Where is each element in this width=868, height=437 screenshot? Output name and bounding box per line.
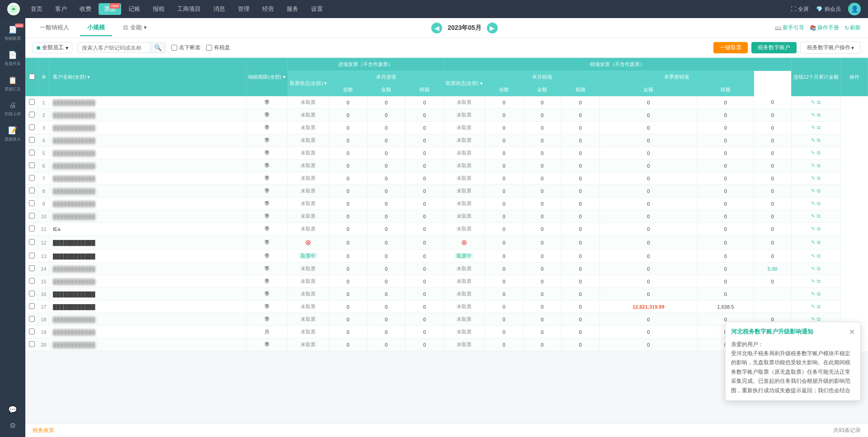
edit-icon[interactable]: ✎ bbox=[811, 175, 815, 181]
nav-home[interactable]: 首页 bbox=[25, 3, 48, 15]
edit-icon[interactable]: ✎ bbox=[811, 137, 815, 143]
sidebar-item-invoice-summary[interactable]: 📋 票据汇总 bbox=[0, 72, 25, 96]
row-checkbox[interactable] bbox=[29, 341, 35, 347]
tab-full-capability[interactable]: ⚖ 全能 ▾ bbox=[116, 20, 154, 36]
row-checkbox[interactable] bbox=[29, 99, 35, 105]
copy-icon[interactable]: ⧉ bbox=[817, 112, 821, 118]
row-checkbox[interactable] bbox=[29, 213, 35, 219]
manual-link[interactable]: 📚 操作手册 bbox=[810, 24, 839, 32]
sidebar-item-scan-upload[interactable]: 🖨 扫描上传 bbox=[0, 98, 25, 121]
row-checkbox[interactable] bbox=[29, 137, 35, 143]
prev-month-button[interactable]: ◀ bbox=[431, 23, 442, 33]
copy-icon[interactable]: ⧉ bbox=[817, 253, 821, 259]
row-checkbox[interactable] bbox=[29, 124, 35, 130]
edit-icon[interactable]: ✎ bbox=[811, 201, 815, 207]
sidebar-item-invoice-open[interactable]: 📄 发票开具 bbox=[0, 47, 25, 70]
sidebar-item-setting[interactable]: ⚙ bbox=[6, 418, 19, 433]
row-checkbox[interactable] bbox=[29, 303, 35, 309]
th-inbound-status[interactable]: 取票状态(全部) ▾ bbox=[288, 71, 329, 96]
row-checkbox[interactable] bbox=[29, 175, 35, 181]
copy-icon[interactable]: ⧉ bbox=[817, 137, 821, 143]
nav-manage[interactable]: 管理 bbox=[232, 3, 255, 15]
quick-ticket-button[interactable]: 一键取票 bbox=[713, 42, 748, 53]
copy-icon[interactable]: ⧉ bbox=[817, 188, 821, 194]
nav-business[interactable]: 工商项目 bbox=[172, 3, 206, 15]
row-checkbox[interactable] bbox=[29, 291, 35, 296]
edit-icon[interactable]: ✎ bbox=[811, 188, 815, 194]
row-checkbox[interactable] bbox=[29, 150, 35, 155]
row-checkbox[interactable] bbox=[29, 253, 35, 258]
edit-icon[interactable]: ✎ bbox=[811, 291, 815, 297]
row-checkbox[interactable] bbox=[29, 329, 35, 334]
tax-disk-checkbox[interactable] bbox=[206, 45, 212, 51]
nav-service[interactable]: 服务 bbox=[281, 3, 304, 15]
row-checkbox[interactable] bbox=[29, 265, 35, 271]
row-checkbox[interactable] bbox=[29, 239, 35, 245]
tax-digital-button[interactable]: 税务数字账户 bbox=[751, 42, 797, 53]
edit-icon[interactable]: ✎ bbox=[811, 226, 815, 232]
next-month-button[interactable]: ▶ bbox=[487, 23, 498, 33]
th-client-name[interactable]: 客户名称(全部) ▾ bbox=[49, 58, 246, 96]
fullscreen-button[interactable]: ⛶ 全屏 bbox=[791, 5, 809, 13]
copy-icon[interactable]: ⧉ bbox=[817, 201, 821, 207]
edit-icon[interactable]: ✎ bbox=[811, 125, 815, 131]
sidebar-item-ticket-entry[interactable]: 📝 票据录入 bbox=[0, 122, 25, 146]
nav-message[interactable]: 消息 bbox=[208, 3, 231, 15]
row-checkbox[interactable] bbox=[29, 226, 35, 231]
copy-icon[interactable]: ⧉ bbox=[817, 125, 821, 131]
sidebar-item-smart-ticket[interactable]: 🧾 智能取票 new bbox=[0, 22, 25, 45]
copy-icon[interactable]: ⧉ bbox=[817, 175, 821, 181]
nav-ticket[interactable]: 票据 new bbox=[99, 3, 121, 15]
edit-icon[interactable]: ✎ bbox=[811, 253, 815, 259]
edit-icon[interactable]: ✎ bbox=[811, 304, 815, 310]
row-checkbox[interactable] bbox=[29, 162, 35, 168]
popup-close-button[interactable]: ✕ bbox=[849, 328, 855, 336]
edit-icon[interactable]: ✎ bbox=[811, 99, 815, 105]
nav-settings[interactable]: 设置 bbox=[306, 3, 328, 15]
copy-icon[interactable]: ⧉ bbox=[817, 213, 821, 219]
copy-icon[interactable]: ⧉ bbox=[817, 304, 821, 310]
search-input[interactable] bbox=[78, 42, 150, 53]
copy-icon[interactable]: ⧉ bbox=[817, 163, 821, 169]
select-all-checkbox[interactable] bbox=[29, 74, 35, 80]
row-checkbox[interactable] bbox=[29, 188, 35, 193]
copy-icon[interactable]: ⧉ bbox=[817, 99, 821, 105]
edit-icon[interactable]: ✎ bbox=[811, 112, 815, 118]
row-checkbox[interactable] bbox=[29, 200, 35, 206]
tab-general-taxpayer[interactable]: 一般纳税人 bbox=[33, 20, 76, 36]
row-checkbox[interactable] bbox=[29, 278, 35, 284]
employee-select[interactable]: 全部员工 ▾ bbox=[33, 42, 72, 53]
nav-accounting[interactable]: 记账 bbox=[123, 3, 146, 15]
user-avatar[interactable]: 👤 bbox=[848, 3, 861, 15]
nav-tax[interactable]: 报税 bbox=[147, 3, 170, 15]
tab-small-scale[interactable]: 小规模 bbox=[80, 20, 112, 36]
edit-icon[interactable]: ✎ bbox=[811, 240, 815, 245]
ledger-checkbox-label[interactable]: 名下帐套 bbox=[171, 44, 201, 52]
th-tax-period[interactable]: 纳税期限(全部) ▾ bbox=[246, 58, 288, 96]
edit-icon[interactable]: ✎ bbox=[811, 150, 815, 156]
sidebar-item-message[interactable]: 💬 bbox=[6, 402, 19, 418]
copy-icon[interactable]: ⧉ bbox=[817, 291, 821, 297]
nav-operation[interactable]: 经营 bbox=[257, 3, 279, 15]
nav-fee[interactable]: 收费 bbox=[74, 3, 97, 15]
settings-icon[interactable]: ⚙ bbox=[42, 74, 46, 80]
new-guide-link[interactable]: 📖 新手引导 bbox=[775, 24, 804, 32]
tax-disk-checkbox-label[interactable]: 有税盘 bbox=[206, 44, 230, 52]
edit-icon[interactable]: ✎ bbox=[811, 278, 815, 284]
copy-icon[interactable]: ⧉ bbox=[817, 226, 821, 232]
tax-digital-ops-button[interactable]: 税务数字账户操作 ▾ bbox=[800, 42, 861, 54]
copy-icon[interactable]: ⧉ bbox=[817, 150, 821, 156]
edit-icon[interactable]: ✎ bbox=[811, 163, 815, 169]
tax-policy-link[interactable]: 税务政策 bbox=[33, 427, 54, 434]
edit-icon[interactable]: ✎ bbox=[811, 266, 815, 272]
refresh-link[interactable]: ↻ 刷新 bbox=[844, 24, 861, 32]
row-checkbox[interactable] bbox=[29, 112, 35, 117]
copy-icon[interactable]: ⧉ bbox=[817, 240, 821, 245]
th-outbound-status[interactable]: 取票状态(全部) ▾ bbox=[443, 71, 485, 96]
copy-icon[interactable]: ⧉ bbox=[817, 266, 821, 272]
edit-icon[interactable]: ✎ bbox=[811, 213, 815, 219]
copy-icon[interactable]: ⧉ bbox=[817, 278, 821, 284]
member-button[interactable]: 💎 购会员 bbox=[816, 5, 841, 13]
row-checkbox[interactable] bbox=[29, 316, 35, 322]
search-button[interactable]: 🔍 bbox=[150, 42, 166, 53]
